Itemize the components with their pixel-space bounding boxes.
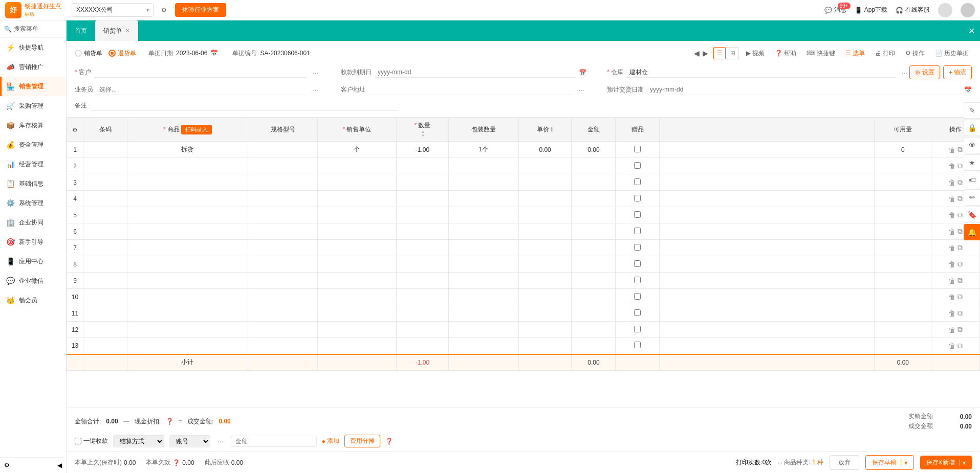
message-btn[interactable]: 💬 消息 99+ bbox=[824, 6, 846, 14]
remarks-input[interactable] bbox=[91, 100, 398, 111]
view-list-btn[interactable]: ☰ bbox=[713, 47, 726, 59]
copy-row-5-icon[interactable]: ⧉ bbox=[957, 211, 963, 219]
delete-row-10-icon[interactable]: 🗑 bbox=[948, 293, 955, 301]
nav-prev-icon[interactable]: ◀ bbox=[693, 48, 701, 58]
gift-checkbox-3[interactable] bbox=[634, 178, 641, 185]
address-dots-icon[interactable]: ··· bbox=[576, 86, 586, 94]
address-input[interactable] bbox=[368, 84, 573, 95]
gift-checkbox-9[interactable] bbox=[634, 277, 641, 283]
copy-row-10-icon[interactable]: ⧉ bbox=[957, 292, 963, 301]
cell-unit-1[interactable]: 个 bbox=[318, 142, 396, 158]
delete-row-4-icon[interactable]: 🗑 bbox=[948, 195, 955, 203]
gift-checkbox-11[interactable] bbox=[634, 309, 641, 316]
delivery-calendar-icon[interactable]: 📅 bbox=[964, 86, 972, 94]
salesperson-dots-icon[interactable]: ··· bbox=[310, 86, 320, 94]
copy-row-7-icon[interactable]: ⧉ bbox=[957, 243, 963, 252]
th-settings[interactable]: ⚙ bbox=[67, 118, 83, 142]
sidebar-item-enterprise[interactable]: 🏢 企业协同 bbox=[0, 213, 66, 232]
sidebar-item-guide[interactable]: 🎯 新手引导 bbox=[0, 232, 66, 252]
cell-unitprice-1[interactable]: 0.00 bbox=[518, 142, 572, 158]
float-notification-btn[interactable]: 🔔 bbox=[964, 224, 980, 240]
shortcut-btn[interactable]: ⌨ 快捷键 bbox=[803, 48, 838, 59]
select-btn[interactable]: ☰ 选单 bbox=[842, 48, 868, 59]
cell-gift-1[interactable] bbox=[616, 142, 660, 158]
gift-checkbox-8[interactable] bbox=[634, 260, 641, 267]
print-btn[interactable]: 🖨 打印 bbox=[872, 48, 898, 59]
copy-row-12-icon[interactable]: ⧉ bbox=[957, 325, 963, 334]
cell-product-1[interactable]: 拆货 bbox=[127, 142, 248, 158]
copy-row-8-icon[interactable]: ⧉ bbox=[957, 260, 963, 268]
view-grid-btn[interactable]: ⊞ bbox=[727, 47, 739, 59]
gift-checkbox-10[interactable] bbox=[634, 293, 641, 300]
sidebar-settings-icon[interactable]: ⚙ bbox=[4, 462, 10, 469]
copy-row-6-icon[interactable]: ⧉ bbox=[957, 227, 963, 236]
account-dots-icon[interactable]: ··· bbox=[215, 437, 226, 445]
delete-row-8-icon[interactable]: 🗑 bbox=[948, 260, 955, 268]
sidebar-item-finance[interactable]: 💰 资金管理 bbox=[0, 135, 66, 154]
sidebar-item-sales[interactable]: 🏪 销售管理 bbox=[0, 77, 66, 96]
gift-checkbox-5[interactable] bbox=[634, 211, 641, 218]
tab-bar-close-icon[interactable]: ✕ bbox=[968, 26, 975, 36]
copy-row-11-icon[interactable]: ⧉ bbox=[957, 309, 963, 318]
float-bookmark-btn[interactable]: 🔖 bbox=[964, 207, 980, 223]
due-date-input[interactable] bbox=[375, 67, 576, 78]
save-draft-button[interactable]: 保存草稿 ▾ bbox=[865, 455, 914, 470]
gift-checkbox-2[interactable] bbox=[634, 162, 641, 169]
gift-checkbox-13[interactable] bbox=[634, 342, 641, 348]
sidebar-item-system[interactable]: ⚙️ 系统管理 bbox=[0, 193, 66, 213]
due-date-calendar-icon[interactable]: 📅 bbox=[579, 69, 586, 76]
payment-checkbox-item[interactable]: 一键收款 bbox=[75, 437, 108, 445]
sidebar-item-operations[interactable]: 📊 经营管理 bbox=[0, 154, 66, 174]
delete-row-13-icon[interactable]: 🗑 bbox=[948, 342, 955, 350]
sidebar-item-member[interactable]: 👑 畅会员 bbox=[0, 290, 66, 310]
gift-checkbox-4[interactable] bbox=[634, 195, 641, 201]
cell-packqty-1[interactable]: 1个 bbox=[449, 142, 518, 158]
radio-sales-order[interactable]: 销货单 bbox=[75, 49, 102, 58]
account-select[interactable]: 账号 bbox=[169, 435, 210, 447]
save-draft-dropdown-icon[interactable]: ▾ bbox=[901, 459, 907, 466]
float-tag-btn[interactable]: 🏷 bbox=[964, 172, 980, 188]
sidebar-item-marketing[interactable]: 📣 营销推广 bbox=[0, 57, 66, 77]
copy-row-2-icon[interactable]: ⧉ bbox=[957, 162, 963, 170]
float-lock-btn[interactable]: 🔒 bbox=[964, 120, 980, 136]
company-selector[interactable]: XXXXXX公司 ▾ bbox=[72, 3, 154, 17]
calc-icon[interactable]: ❓ bbox=[166, 418, 173, 425]
help-btn[interactable]: ❓ 帮助 bbox=[772, 48, 799, 59]
float-pen-btn[interactable]: ✏ bbox=[964, 189, 980, 206]
online-service-btn[interactable]: 🎧 在线客服 bbox=[896, 6, 930, 14]
gift-checkbox-7[interactable] bbox=[634, 244, 641, 251]
customer-input[interactable] bbox=[94, 67, 307, 78]
gift-checkbox-1[interactable] bbox=[634, 146, 641, 152]
delete-row-1-icon[interactable]: 🗑 bbox=[948, 146, 955, 154]
trial-button[interactable]: 体验行业方案 bbox=[175, 3, 226, 17]
delete-row-12-icon[interactable]: 🗑 bbox=[948, 326, 955, 334]
logistics-button[interactable]: + 物流 bbox=[943, 65, 972, 79]
scan-button[interactable]: 扫码录入 bbox=[181, 125, 212, 134]
copy-row-9-icon[interactable]: ⧉ bbox=[957, 276, 963, 285]
gift-checkbox-6[interactable] bbox=[634, 228, 641, 234]
float-edit-btn[interactable]: ✎ bbox=[964, 102, 980, 119]
user-avatar[interactable] bbox=[938, 3, 952, 17]
delivery-date-input[interactable] bbox=[647, 84, 961, 95]
delete-row-3-icon[interactable]: 🗑 bbox=[948, 178, 955, 187]
tab-home[interactable]: 首页 bbox=[67, 20, 95, 41]
delete-row-11-icon[interactable]: 🗑 bbox=[948, 309, 955, 318]
cell-barcode-1[interactable] bbox=[83, 142, 127, 158]
delete-row-7-icon[interactable]: 🗑 bbox=[948, 244, 955, 252]
sidebar-item-wechat[interactable]: 💬 企业微信 bbox=[0, 271, 66, 290]
sidebar-item-inventory[interactable]: 📦 库存核算 bbox=[0, 116, 66, 135]
delete-row-2-icon[interactable]: 🗑 bbox=[948, 162, 955, 170]
gift-checkbox-12[interactable] bbox=[634, 326, 641, 332]
debt-info-icon[interactable]: ❓ bbox=[172, 459, 180, 466]
expense-split-btn[interactable]: 费用分摊 bbox=[344, 435, 380, 447]
cell-amount-1[interactable]: 0.00 bbox=[572, 142, 616, 158]
delete-row-5-icon[interactable]: 🗑 bbox=[948, 211, 955, 219]
warehouse-input[interactable]: 建材仓 bbox=[626, 67, 896, 78]
settings-button[interactable]: ⚙ 设置 bbox=[909, 65, 940, 79]
payment-checkbox[interactable] bbox=[75, 438, 81, 444]
operation-btn[interactable]: ⚙ 操作 bbox=[902, 48, 928, 59]
nav-next-icon[interactable]: ▶ bbox=[702, 48, 709, 58]
date-calendar-icon[interactable]: 📅 bbox=[210, 50, 218, 57]
history-btn[interactable]: 📄 历史单据 bbox=[932, 48, 972, 59]
copy-row-1-icon[interactable]: ⧉ bbox=[957, 145, 963, 154]
